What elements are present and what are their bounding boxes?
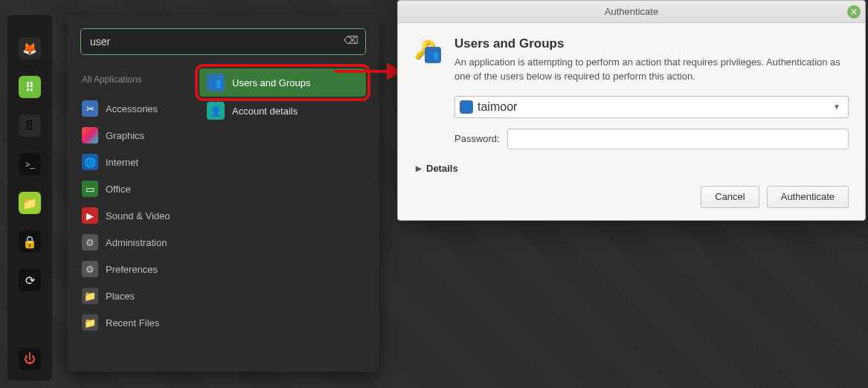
dock-refresh[interactable]: ⟳: [19, 269, 41, 291]
category-label: Office: [106, 184, 131, 195]
category-label: Sound & Video: [106, 210, 170, 222]
category-label: Graphics: [106, 130, 144, 141]
cancel-button[interactable]: Cancel: [701, 186, 759, 208]
category-office[interactable]: ▭ Office: [76, 175, 195, 202]
dock-apps[interactable]: ⠿: [19, 76, 41, 98]
category-label: Internet: [106, 157, 138, 168]
details-label: Details: [426, 163, 458, 174]
category-accessories[interactable]: ✂ Accessories: [76, 95, 195, 122]
search-input[interactable]: [80, 28, 366, 55]
folder-icon: 📁: [82, 314, 98, 331]
dialog-heading: Users and Groups: [454, 36, 849, 51]
dock-firefox[interactable]: 🦊: [19, 37, 41, 59]
gear-icon: ⚙: [82, 261, 98, 277]
category-label: Preferences: [106, 264, 158, 275]
authenticate-dialog: Authenticate ✕ 🔑 👥 Users and Groups An a…: [397, 0, 866, 221]
dock-terminal[interactable]: >_: [19, 153, 41, 175]
dock-lock[interactable]: 🔒: [19, 230, 41, 253]
start-menu: ⌫ All Applications ✂ Accessories Graphic…: [67, 15, 379, 372]
result-account-details[interactable]: 👤 Account details: [199, 97, 366, 125]
user-select[interactable]: 👤 taimoor ▼: [454, 96, 849, 118]
dialog-titlebar[interactable]: Authenticate ✕: [398, 1, 865, 23]
category-preferences[interactable]: ⚙ Preferences: [76, 256, 195, 282]
clear-search-icon[interactable]: ⌫: [344, 34, 359, 49]
authenticate-button[interactable]: Authenticate: [767, 186, 849, 208]
details-toggle[interactable]: ▶ Details: [416, 163, 849, 174]
gear-icon: ⚙: [82, 234, 98, 250]
category-recent-files[interactable]: 📁 Recent Files: [76, 309, 195, 336]
chevron-down-icon: ▼: [833, 103, 840, 111]
dialog-description: An application is attempting to perform …: [454, 56, 849, 84]
category-label: Places: [106, 291, 135, 302]
category-column: All Applications ✂ Accessories Graphics …: [76, 65, 195, 360]
password-input[interactable]: [507, 129, 849, 149]
dock-files[interactable]: 📁: [19, 192, 41, 214]
scissors-icon: ✂: [82, 100, 98, 117]
category-label: Administration: [106, 237, 167, 248]
dialog-title: Authenticate: [605, 6, 658, 17]
users-badge-icon: 👥: [425, 47, 441, 63]
category-label: Recent Files: [106, 317, 159, 329]
office-icon: ▭: [82, 181, 98, 197]
category-label: Accessories: [106, 103, 158, 114]
palette-icon: [82, 127, 98, 143]
dock-settings[interactable]: 🎚: [19, 114, 41, 137]
play-icon: ▶: [82, 207, 98, 224]
globe-icon: 🌐: [82, 154, 98, 170]
close-icon[interactable]: ✕: [847, 5, 861, 19]
dock: 🦊 ⠿ 🎚 >_ 📁 🔒 ⟳ ⏻: [7, 15, 52, 381]
folder-icon: 📁: [82, 288, 98, 304]
result-label: Users and Groups: [232, 77, 311, 88]
user-icon: 👤: [460, 100, 473, 114]
category-administration[interactable]: ⚙ Administration: [76, 229, 195, 256]
dock-power[interactable]: ⏻: [19, 348, 41, 370]
results-column: 👥 Users and Groups 👤 Account details: [195, 65, 370, 360]
triangle-right-icon: ▶: [416, 164, 422, 172]
user-icon: 👤: [207, 102, 225, 120]
users-icon: 👥: [207, 74, 225, 91]
category-places[interactable]: 📁 Places: [76, 282, 195, 309]
result-label: Account details: [232, 106, 298, 117]
selected-user: taimoor: [478, 100, 517, 114]
category-internet[interactable]: 🌐 Internet: [76, 149, 195, 175]
category-sound-video[interactable]: ▶ Sound & Video: [76, 202, 195, 229]
annotation-arrow: [335, 62, 402, 80]
category-graphics[interactable]: Graphics: [76, 122, 195, 149]
auth-icon: 🔑 👥: [414, 36, 444, 66]
password-label: Password:: [454, 133, 500, 144]
all-applications-header: All Applications: [76, 68, 195, 95]
